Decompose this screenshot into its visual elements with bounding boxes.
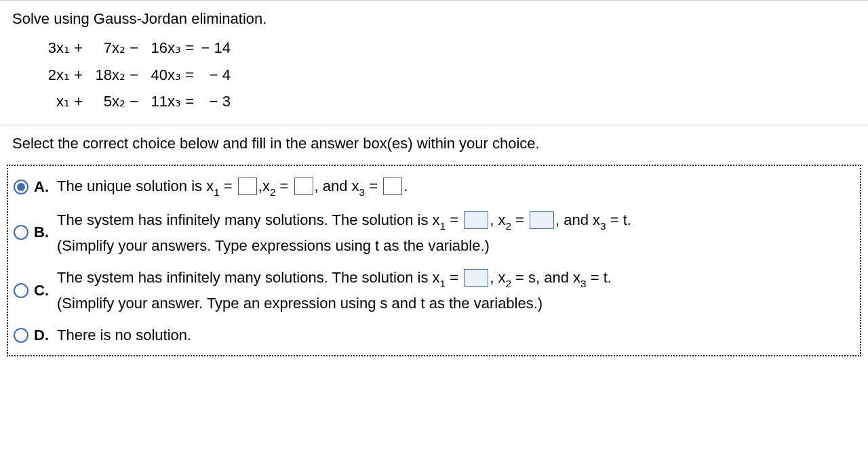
- radio-b[interactable]: [14, 225, 28, 240]
- radio-c[interactable]: [14, 283, 28, 298]
- answer-c-x1[interactable]: [464, 269, 488, 287]
- answer-b-x2[interactable]: [530, 211, 554, 229]
- answer-a-x2[interactable]: [294, 178, 313, 195]
- choice-a-text: The unique solution is x1 = ,x2 = , and …: [57, 174, 854, 200]
- choice-a-letter: A.: [34, 178, 52, 196]
- choice-a-row[interactable]: A. The unique solution is x1 = ,x2 = , a…: [8, 170, 860, 204]
- answer-b-x1[interactable]: [464, 211, 488, 229]
- radio-d[interactable]: [14, 328, 28, 343]
- question-prompt: Solve using Gauss-Jordan elimination.: [0, 1, 868, 35]
- equation-row: x₁ + 5x₂ − 11x₃ = − 3: [41, 88, 856, 115]
- choice-d-row[interactable]: D. There is no solution.: [8, 319, 860, 351]
- choice-b-row[interactable]: B. The system has infinitely many soluti…: [8, 204, 860, 262]
- choice-b-text: The system has infinitely many solutions…: [57, 208, 854, 257]
- choice-c-row[interactable]: C. The system has infinitely many soluti…: [8, 262, 860, 319]
- choice-c-text: The system has infinitely many solutions…: [57, 266, 854, 315]
- choice-c-letter: C.: [34, 282, 52, 299]
- equation-system: 3x₁ + 7x₂ − 16x₃ = − 14 2x₁ + 18x₂ − 40x…: [0, 35, 868, 125]
- choice-d-letter: D.: [34, 327, 52, 344]
- equation-row: 2x₁ + 18x₂ − 40x₃ = − 4: [41, 62, 856, 89]
- choice-b-letter: B.: [34, 224, 52, 241]
- choice-d-text: There is no solution.: [57, 323, 854, 347]
- answer-a-x3[interactable]: [383, 178, 402, 195]
- equation-row: 3x₁ + 7x₂ − 16x₃ = − 14: [41, 35, 856, 62]
- answer-a-x1[interactable]: [238, 178, 257, 195]
- radio-a[interactable]: [14, 180, 28, 194]
- choices-container: A. The unique solution is x1 = ,x2 = , a…: [7, 165, 861, 357]
- instruction-text: Select the correct choice below and fill…: [0, 125, 868, 162]
